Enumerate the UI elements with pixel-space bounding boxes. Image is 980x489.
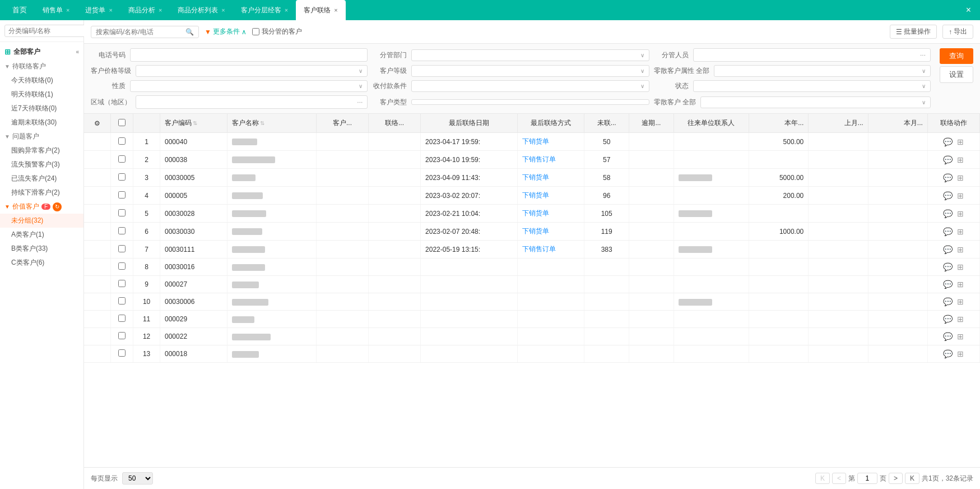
all-customers-item[interactable]: ⊞ 全部客户 « (0, 44, 83, 59)
bulk-op-btn[interactable]: ☰ 批量操作 (890, 25, 937, 39)
close-tab-segment[interactable]: × (285, 7, 288, 13)
customer-type-select[interactable] (411, 99, 649, 105)
check-all-checkbox[interactable] (118, 119, 126, 126)
row-check[interactable] (111, 241, 133, 259)
tree-item-class-b[interactable]: B类客户(33) (0, 242, 83, 256)
refresh-badge[interactable]: ↻ (53, 202, 62, 211)
section-problem-customers[interactable]: ▼ 问题客户 (0, 130, 83, 144)
first-page-btn[interactable]: K (815, 473, 830, 484)
my-customers-filter[interactable]: 我分管的客户 (252, 27, 302, 36)
chat-icon[interactable]: 💬 (943, 262, 953, 271)
section-waiting-contact[interactable]: ▼ 待联络客户 (0, 59, 83, 73)
chat-icon[interactable]: 💬 (943, 227, 953, 236)
row-check[interactable] (111, 345, 133, 363)
tree-item-7days[interactable]: 近7天待联络(0) (0, 102, 83, 116)
tree-item-declining[interactable]: 持续下滑客户(2) (0, 186, 83, 200)
chat-icon[interactable]: 💬 (943, 155, 953, 164)
col-code-header[interactable]: 客户编码 ⇅ (160, 114, 227, 133)
payment-select[interactable]: ∨ (411, 80, 649, 92)
grid-action-icon[interactable]: ⊞ (957, 315, 964, 324)
chat-icon[interactable]: 💬 (943, 191, 953, 200)
reset-btn[interactable]: 设置 (940, 66, 973, 83)
grid-action-icon[interactable]: ⊞ (957, 245, 964, 254)
status-select[interactable]: ∨ (693, 80, 931, 92)
grid-action-icon[interactable]: ⊞ (957, 280, 964, 289)
row-check[interactable] (111, 328, 133, 345)
tab-product-analysis[interactable]: 商品分析 × (120, 0, 170, 20)
main-search-icon[interactable]: 🔍 (185, 28, 194, 36)
grid-action-icon[interactable]: ⊞ (957, 349, 964, 358)
close-tab-sales[interactable]: × (66, 7, 69, 13)
tree-item-ungroup[interactable]: 未分组(32) (0, 214, 83, 228)
chat-icon[interactable]: 💬 (943, 297, 953, 306)
row-check[interactable] (111, 259, 133, 276)
tree-item-overdue[interactable]: 逾期未联络(30) (0, 116, 83, 130)
export-btn[interactable]: ↑ 导出 (942, 25, 973, 39)
row-check[interactable] (111, 205, 133, 223)
row-check[interactable] (111, 311, 133, 328)
chat-icon[interactable]: 💬 (943, 280, 953, 289)
my-customers-checkbox[interactable] (252, 28, 259, 35)
close-tab-analysis-list[interactable]: × (221, 7, 225, 13)
dept-select[interactable]: ∨ (411, 49, 649, 61)
row-check[interactable] (111, 169, 133, 187)
chat-icon[interactable]: 💬 (943, 349, 953, 358)
tree-item-today[interactable]: 今天待联络(0) (0, 73, 83, 87)
grid-action-icon[interactable]: ⊞ (957, 227, 964, 236)
region-select[interactable]: ··· (136, 95, 368, 109)
grid-action-icon[interactable]: ⊞ (957, 191, 964, 200)
page-number-input[interactable] (857, 473, 877, 484)
tree-item-churn-warning[interactable]: 流失预警客户(3) (0, 158, 83, 172)
collapse-sidebar-icon[interactable]: « (76, 49, 79, 55)
section-value-customers[interactable]: ▼ 价值客户 F ↻ (0, 200, 83, 214)
home-tab[interactable]: 首页 (4, 0, 35, 20)
tree-item-hoarding[interactable]: 囤购异常客户(2) (0, 144, 83, 158)
per-page-select[interactable]: 50 100 200 (122, 472, 153, 485)
tree-item-tomorrow[interactable]: 明天待联络(1) (0, 87, 83, 102)
scatter-customer-select[interactable]: ∨ (700, 96, 931, 108)
row-check[interactable] (111, 223, 133, 241)
tab-purchase-order[interactable]: 进货单 × (77, 0, 120, 20)
grid-action-icon[interactable]: ⊞ (957, 173, 964, 182)
close-tab-purchase[interactable]: × (109, 7, 112, 13)
tree-item-class-c[interactable]: C类客户(6) (0, 256, 83, 270)
chat-icon[interactable]: 💬 (943, 209, 953, 218)
close-all-tabs[interactable]: × (962, 5, 976, 15)
grid-action-icon[interactable]: ⊞ (957, 332, 964, 341)
scatter-attr-select[interactable]: ∨ (714, 65, 931, 77)
manager-more[interactable]: ··· (920, 51, 926, 59)
col-name-header[interactable]: 客户名称 ⇅ (227, 114, 316, 133)
row-check[interactable] (111, 293, 133, 311)
phone-input[interactable] (130, 48, 368, 62)
tab-product-analysis-list[interactable]: 商品分析列表 × (170, 0, 233, 20)
row-check[interactable] (111, 276, 133, 293)
price-level-select[interactable]: ∨ (136, 65, 368, 77)
main-search-input[interactable] (96, 28, 185, 36)
chat-icon[interactable]: 💬 (943, 137, 953, 146)
grid-action-icon[interactable]: ⊞ (957, 262, 964, 271)
tab-customer-contact[interactable]: 客户联络 × (296, 0, 345, 20)
row-check[interactable] (111, 133, 133, 151)
row-check[interactable] (111, 187, 133, 205)
grid-action-icon[interactable]: ⊞ (957, 155, 964, 164)
next-page-btn[interactable]: > (889, 473, 903, 484)
customer-level-select[interactable]: ∨ (411, 65, 649, 77)
category-search-input[interactable] (4, 25, 96, 37)
row-check[interactable] (111, 151, 133, 169)
close-tab-contact[interactable]: × (334, 7, 337, 13)
more-conditions-btn[interactable]: ▼ 更多条件 ∧ (205, 27, 247, 36)
gear-icon[interactable]: ⚙ (94, 119, 100, 127)
chat-icon[interactable]: 💬 (943, 332, 953, 341)
chat-icon[interactable]: 💬 (943, 245, 953, 254)
chat-icon[interactable]: 💬 (943, 315, 953, 324)
query-btn[interactable]: 查询 (940, 48, 973, 64)
close-tab-analysis[interactable]: × (159, 7, 162, 13)
tree-item-class-a[interactable]: A类客户(1) (0, 228, 83, 242)
chat-icon[interactable]: 💬 (943, 173, 953, 182)
manager-select[interactable]: ··· (693, 48, 931, 62)
prev-page-btn[interactable]: < (832, 473, 846, 484)
region-more[interactable]: ··· (357, 98, 363, 106)
grid-action-icon[interactable]: ⊞ (957, 137, 964, 146)
grid-action-icon[interactable]: ⊞ (957, 297, 964, 306)
tab-sales-order[interactable]: 销售单 × (35, 0, 77, 20)
